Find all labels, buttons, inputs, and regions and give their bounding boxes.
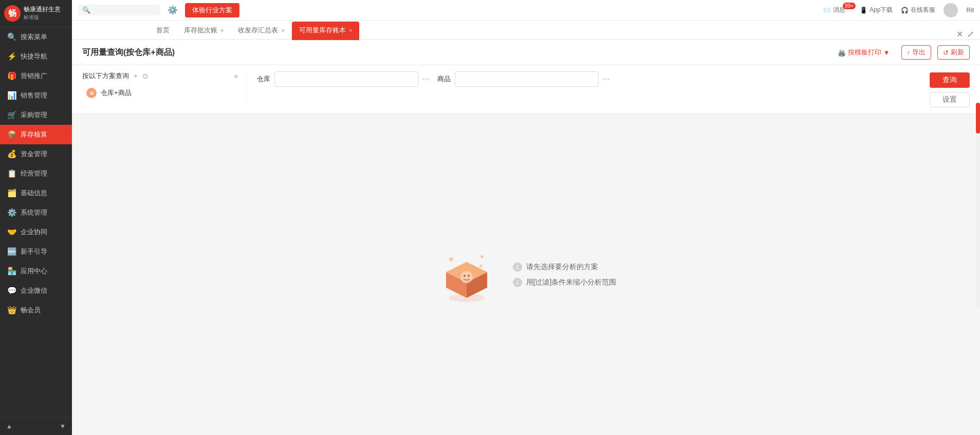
page-header: 可用量查询(按仓库+商品) 🖨️ 按模板打印 ▼ ↑ 导出 ↺ 刷新	[72, 40, 980, 65]
phone-icon: 📱	[860, 7, 867, 14]
sidebar-item-marketing[interactable]: 🎁 营销推广	[0, 66, 72, 86]
message-badge: 99+	[843, 3, 856, 9]
tab-available-close[interactable]: ×	[349, 27, 352, 33]
svg-point-9	[480, 255, 484, 258]
online-service-button[interactable]: 🎧 在线客服	[901, 6, 935, 14]
sidebar-item-enterprise[interactable]: 🤝 企业协同	[0, 222, 72, 242]
tabbar-right: ✕ ⤢	[956, 29, 980, 39]
product-label: 商品	[437, 74, 451, 84]
vip-icon: 👑	[7, 306, 16, 315]
sidebar-item-guide[interactable]: 🆕 新手引导	[0, 242, 72, 261]
sidebar-item-operation[interactable]: 📋 经营管理	[0, 164, 72, 183]
product-field: 商品 ···	[437, 71, 609, 87]
right-scrollbar[interactable]	[976, 103, 980, 308]
app-download-button[interactable]: 📱 App下载	[860, 6, 893, 14]
sidebar-scroll-up[interactable]: ▲	[4, 422, 14, 431]
system-icon: ⚙️	[7, 208, 16, 217]
warehouse-label: 仓库	[257, 74, 270, 84]
sidebar-header: 畅 畅康通好生意 标准版	[0, 0, 72, 27]
username-label: Rit	[966, 7, 974, 14]
basic-icon: 🗂️	[7, 188, 16, 198]
shortcut-icon: ⚡	[7, 52, 16, 61]
product-input[interactable]	[455, 71, 599, 87]
sidebar-item-inventory[interactable]: 📦 库存核算	[0, 125, 72, 144]
sidebar-item-wechat[interactable]: 💬 企业微信	[0, 281, 72, 300]
enterprise-icon: 🤝	[7, 228, 16, 237]
tab-batch[interactable]: 库存批次账 ×	[177, 22, 231, 40]
scheme-collapse-button[interactable]: «	[234, 72, 238, 80]
sales-icon: 📊	[7, 91, 16, 100]
sidebar-scroll: 🔍 搜索菜单 ⚡ 快捷导航 🎁 营销推广 📊 销售管理 🛒 采购管理 📦 库存核…	[0, 27, 72, 417]
scheme-label: 按以下方案查询	[82, 71, 129, 81]
sidebar-item-system[interactable]: ⚙️ 系统管理	[0, 203, 72, 222]
sidebar-item-purchase[interactable]: 🛒 采购管理	[0, 105, 72, 125]
sidebar-item-appcenter[interactable]: 🏪 应用中心	[0, 261, 72, 281]
sidebar-item-shortcut[interactable]: ⚡ 快捷导航	[0, 47, 72, 66]
brand-sub: 标准版	[24, 14, 61, 21]
sidebar-item-search[interactable]: 🔍 搜索菜单	[0, 27, 72, 47]
export-button[interactable]: ↑ 导出	[901, 45, 932, 60]
message-button[interactable]: ✉️ 消息 99+	[823, 6, 852, 14]
wechat-icon: 💬	[7, 286, 16, 295]
sidebar-item-vip[interactable]: 👑 畅会员	[0, 300, 72, 320]
scheme-header: 按以下方案查询 ＋ ⊙ «	[82, 71, 238, 81]
filter-row-1: 仓库 ··· 商品 ···	[257, 71, 921, 87]
warehouse-input[interactable]	[274, 71, 418, 87]
gift-icon: 🎁	[7, 71, 16, 81]
guide-icon: 🆕	[7, 247, 16, 256]
sidebar-scroll-down[interactable]: ▼	[58, 422, 68, 431]
tab-summary[interactable]: 收发存汇总表 ×	[231, 22, 291, 40]
sidebar-item-basic[interactable]: 🗂️ 基础信息	[0, 183, 72, 203]
tip-number-2: 2	[513, 278, 522, 287]
svg-point-8	[449, 257, 453, 261]
refresh-button[interactable]: ↺ 刷新	[937, 45, 970, 60]
empty-illustration	[436, 244, 497, 306]
action-buttons: 查询 设置	[921, 71, 970, 107]
filter-area: 按以下方案查询 ＋ ⊙ « ⊕ 仓库+商品 仓库 ···	[72, 65, 980, 114]
tab-batch-close[interactable]: ×	[220, 27, 224, 33]
empty-tip-1: 1 请先选择要分析的方案	[513, 262, 617, 272]
print-button[interactable]: 🖨️ 按模板打印 ▼	[833, 46, 895, 59]
sidebar-item-sales[interactable]: 📊 销售管理	[0, 86, 72, 105]
inventory-icon: 📦	[7, 130, 16, 139]
scrollbar-thumb[interactable]	[976, 103, 980, 134]
sidebar-footer: ▲ ▼	[0, 417, 72, 435]
expand-button[interactable]: ⤢	[967, 29, 974, 39]
sidebar-logo: 畅	[4, 5, 21, 22]
sidebar-item-finance[interactable]: 💰 资金管理	[0, 144, 72, 164]
scheme-item-warehouse-product[interactable]: ⊕ 仓库+商品	[82, 85, 238, 101]
sidebar: 畅 畅康通好生意 标准版 🔍 搜索菜单 ⚡ 快捷导航 🎁 营销推广 📊 销售管理…	[0, 0, 72, 435]
tabbar: 首页 库存批次账 × 收发存汇总表 × 可用量库存账本 × ✕ ⤢	[72, 21, 980, 40]
scheme-add-button[interactable]: ＋	[132, 71, 139, 81]
topbar-search-box[interactable]: 🔍	[78, 5, 160, 15]
page-title: 可用量查询(按仓库+商品)	[82, 47, 175, 58]
brand-name: 畅康通好生意	[24, 6, 61, 14]
query-button[interactable]: 查询	[930, 72, 970, 88]
search-icon: 🔍	[82, 6, 90, 14]
topbar: 🔍 ⚙️ 体验行业方案 ✉️ 消息 99+ 📱 App下载 🎧 在线客服 Rit	[72, 0, 980, 21]
industry-solution-button[interactable]: 体验行业方案	[185, 3, 239, 17]
scheme-setting-button[interactable]: ⊙	[142, 72, 149, 80]
close-tab-button[interactable]: ✕	[956, 29, 963, 39]
settings-button[interactable]: 设置	[930, 92, 970, 107]
export-icon: ↑	[907, 49, 911, 56]
headset-icon: 🎧	[901, 7, 909, 14]
header-actions: 🖨️ 按模板打印 ▼ ↑ 导出 ↺ 刷新	[833, 45, 970, 60]
empty-tip-2: 2 用[过滤]条件来缩小分析范围	[513, 278, 617, 287]
print-dropdown-icon[interactable]: ▼	[883, 49, 890, 56]
tab-summary-close[interactable]: ×	[281, 27, 284, 33]
search-icon: 🔍	[7, 32, 16, 42]
warehouse-more-button[interactable]: ···	[422, 74, 429, 84]
tab-available[interactable]: 可用量库存账本 ×	[292, 22, 359, 40]
tab-home[interactable]: 首页	[149, 22, 177, 40]
svg-point-5	[460, 271, 473, 283]
message-icon: ✉️	[823, 7, 831, 14]
user-avatar[interactable]	[944, 3, 958, 17]
main-content: 🔍 ⚙️ 体验行业方案 ✉️ 消息 99+ 📱 App下载 🎧 在线客服 Rit	[72, 0, 980, 435]
scheme-item-icon: ⊕	[86, 88, 97, 98]
empty-tips: 1 请先选择要分析的方案 2 用[过滤]条件来缩小分析范围	[513, 262, 617, 287]
product-more-button[interactable]: ···	[603, 74, 609, 84]
topbar-settings-button[interactable]: ⚙️	[164, 4, 181, 16]
printer-icon: 🖨️	[838, 49, 846, 56]
finance-icon: 💰	[7, 149, 16, 159]
